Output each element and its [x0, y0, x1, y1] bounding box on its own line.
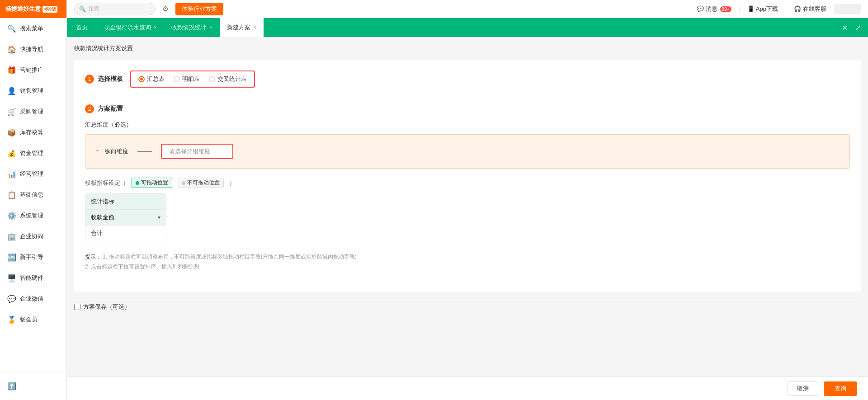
sidebar-label-guide: 新手引导	[20, 253, 43, 261]
search-icon: 🔍	[7, 24, 16, 33]
sidebar-label-sales: 销售管理	[20, 87, 43, 95]
sidebar-label-basic: 基础信息	[20, 191, 43, 199]
system-icon: ⚙️	[7, 211, 16, 220]
sidebar-label-inventory: 库存核算	[20, 128, 43, 136]
sidebar-item-hardware[interactable]: 🖥️ 智能硬件	[0, 268, 66, 288]
dimension-box: * 纵向维度 —— 请选择分组维度	[85, 134, 850, 169]
topbar-right: 💬 消息 99+ | 📱 App下载 | 🎧 在线客服	[697, 4, 861, 14]
step1-num: 1	[85, 75, 94, 84]
sidebar-bottom: ⬆️	[0, 372, 66, 400]
tab-collection[interactable]: 收款情况统计 ×	[164, 18, 220, 37]
gear-icon[interactable]: ⚙	[159, 3, 172, 15]
save-checkbox[interactable]	[74, 304, 80, 310]
metrics-title-start: 模板指标设定（	[85, 179, 126, 187]
step2-num: 2	[85, 104, 94, 113]
sidebar-item-marketing[interactable]: 🎁 营销推广	[0, 60, 66, 80]
draggable-badge: 可拖动位置	[132, 178, 172, 188]
tab-collection-close[interactable]: ×	[209, 24, 212, 31]
sidebar-label-quick-nav: 快捷导航	[20, 45, 43, 53]
tab-cashflow[interactable]: 现金银行流水查询 ×	[97, 18, 164, 37]
wechat-icon: 💬	[7, 294, 16, 303]
step2-title: 方案配置	[98, 105, 123, 113]
dim-selector[interactable]: 请选择分组维度	[161, 144, 233, 159]
radio-cross-label: 交叉统计表	[217, 75, 247, 83]
topbar-left: 🔍 搜索 ⚙ 体验行业方案	[74, 3, 223, 15]
topbar: 🔍 搜索 ⚙ 体验行业方案 💬 消息 99+ | 📱 App下载 | 🎧 在线客…	[67, 0, 868, 18]
tip1: 提示： 1. 拖动标题栏可以调整布局，不可跨维度或指标区域拖动栏目字段(只能在同…	[85, 252, 850, 262]
sidebar-item-basic[interactable]: 📋 基础信息	[0, 184, 66, 205]
step1-section: 1 选择模板 汇总表 明细表	[85, 71, 850, 88]
page-title: 收款情况统计方案设置	[74, 44, 861, 52]
message-btn[interactable]: 💬 消息 99+	[697, 5, 731, 13]
metrics-table-header: 统计指标	[85, 194, 166, 210]
sidebar-label-corp: 企业协同	[20, 232, 43, 240]
radio-cross[interactable]: 交叉统计表	[209, 75, 247, 83]
tabs-expand-icon[interactable]: ⤢	[853, 22, 863, 34]
tab-newplan[interactable]: 新建方案 ×	[220, 18, 264, 37]
vertical-dim-label: 纵向维度	[105, 147, 128, 155]
sidebar-item-quick-nav[interactable]: 🏠 快捷导航	[0, 39, 66, 60]
sales-icon: 👤	[7, 86, 16, 95]
sidebar-label-search: 搜索菜单	[20, 24, 43, 33]
search-bar[interactable]: 🔍 搜索	[74, 3, 156, 15]
basic-icon: 📋	[7, 190, 16, 199]
inventory-icon: 📦	[7, 128, 16, 137]
radio-summary[interactable]: 汇总表	[138, 75, 165, 83]
sidebar-item-wechat[interactable]: 💬 企业微信	[0, 288, 66, 309]
radio-detail-label: 明细表	[182, 75, 200, 83]
sidebar: 畅捷通好生意 标准版 🔍 搜索菜单 🏠 快捷导航 🎁 营销推广 👤 销售管理 🛒…	[0, 0, 67, 400]
corp-icon: 🏢	[7, 232, 16, 241]
logo-text: 畅捷通好生意	[5, 5, 41, 13]
metrics-header: 模板指标设定（ 可拖动位置 不可拖动位置 ）	[85, 178, 850, 188]
sidebar-item-inventory[interactable]: 📦 库存核算	[0, 122, 66, 143]
upgrade-icon: ⬆️	[7, 381, 16, 391]
operation-icon: 📊	[7, 169, 16, 179]
radio-cross-circle	[209, 76, 215, 82]
sidebar-item-sales[interactable]: 👤 销售管理	[0, 80, 66, 101]
metrics-table: 统计指标 收款金额 ▾ 合计	[85, 193, 166, 241]
tabs-close-icon[interactable]: ✕	[840, 22, 849, 34]
sidebar-item-corp[interactable]: 🏢 企业协同	[0, 226, 66, 247]
logo-badge: 标准版	[42, 6, 57, 13]
query-button[interactable]: 查询	[824, 381, 857, 396]
download-btn[interactable]: 📱 App下载	[747, 5, 778, 13]
hardware-icon: 🖥️	[7, 273, 16, 282]
sidebar-item-operation[interactable]: 📊 经营管理	[0, 164, 66, 184]
industry-btn[interactable]: 体验行业方案	[175, 3, 223, 15]
marketing-icon: 🎁	[7, 66, 16, 75]
tip2: 2. 点击标题栏下拉可设置排序、插入列和删除列	[85, 262, 850, 272]
sidebar-logo: 畅捷通好生意 标准版	[0, 0, 66, 18]
finance-icon: 💰	[7, 149, 16, 158]
sidebar-item-finance[interactable]: 💰 资金管理	[0, 143, 66, 164]
sidebar-item-upgrade[interactable]: ⬆️	[0, 376, 66, 396]
search-icon: 🔍	[79, 6, 86, 12]
sidebar-label-operation: 经营管理	[20, 170, 43, 178]
footer: 取消 查询	[67, 376, 868, 400]
tab-home[interactable]: 首页	[67, 18, 97, 37]
sidebar-item-search[interactable]: 🔍 搜索菜单	[0, 18, 66, 39]
metrics-cell-amount[interactable]: 收款金额 ▾	[85, 210, 166, 226]
tab-cashflow-close[interactable]: ×	[154, 24, 157, 31]
content-wrapper: 收款情况统计方案设置 1 选择模板 汇总表	[67, 37, 868, 400]
metrics-table-wrapper: 统计指标 收款金额 ▾ 合计	[85, 193, 850, 241]
step1-header: 1 选择模板 汇总表 明细表	[85, 71, 850, 88]
sidebar-item-system[interactable]: ⚙️ 系统管理	[0, 205, 66, 226]
sidebar-label-wechat: 企业微信	[20, 295, 43, 303]
main-area: 🔍 搜索 ⚙ 体验行业方案 💬 消息 99+ | 📱 App下载 | 🎧 在线客…	[67, 0, 868, 400]
dim-arrow: ——	[137, 147, 152, 155]
service-btn[interactable]: 🎧 在线客服	[794, 5, 826, 13]
radio-summary-label: 汇总表	[147, 75, 165, 83]
radio-detail-circle	[174, 76, 180, 82]
dimension-section-title: 汇总维度（必选）	[85, 121, 850, 129]
dimension-row: * 纵向维度 —— 请选择分组维度	[96, 144, 839, 159]
chevron-down-icon: ▾	[158, 214, 160, 221]
sidebar-item-member[interactable]: 🏅 畅会员	[0, 309, 66, 330]
non-draggable-dot	[182, 181, 185, 185]
user-avatar[interactable]	[834, 4, 861, 14]
sidebar-item-purchase[interactable]: 🛒 采购管理	[0, 101, 66, 122]
tab-newplan-close[interactable]: ×	[253, 24, 256, 31]
cancel-button[interactable]: 取消	[788, 381, 818, 396]
divider1	[85, 97, 850, 97]
sidebar-item-guide[interactable]: 🆕 新手引导	[0, 247, 66, 268]
radio-detail[interactable]: 明细表	[174, 75, 200, 83]
